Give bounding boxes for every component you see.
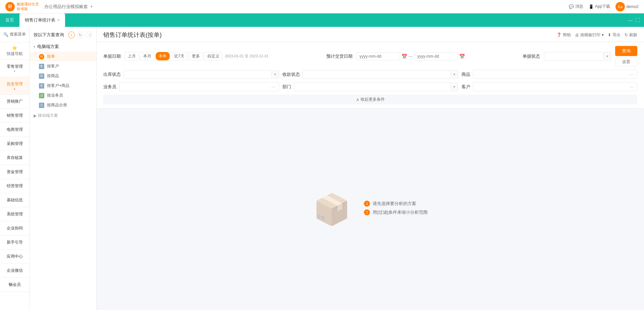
date-btn-custom[interactable]: 自定义	[204, 52, 222, 60]
scheme-by-customer-goods[interactable]: 客 按客户+商品	[30, 81, 96, 91]
date-btn-more[interactable]: 更多	[189, 52, 203, 60]
scheme-sq-icon: 客	[39, 64, 44, 69]
out-status-input[interactable]	[124, 70, 271, 79]
refresh-scheme-btn[interactable]: ↻	[77, 32, 84, 38]
goods-label: 商品	[462, 71, 470, 78]
quick-nav-btn[interactable]: ⭐ 快捷导航	[0, 42, 29, 60]
payment-status-input[interactable]	[303, 70, 450, 79]
date-btn-last-month[interactable]: 上月	[125, 52, 139, 60]
nav-tabs: 首页 销售订单统计表 × — ⛶	[0, 13, 644, 27]
sidebar-item-ecommerce[interactable]: 电商管理	[0, 123, 29, 137]
search-menu-button[interactable]: 🔍 搜索菜单	[3, 30, 26, 39]
collapse-btn[interactable]: ∧ 收起更多条件	[356, 97, 385, 102]
top-bar: 好 畅捷通好生意 标准版 办公用品行业模拟账套 ▾ 💬 消息 📱 App下载 E…	[0, 0, 644, 13]
collapse-row: ∧ 收起更多条件	[103, 95, 637, 104]
status-dropdown-icon[interactable]: ▾	[603, 53, 611, 60]
sidebar-item-retail[interactable]: 零售管理 ▾	[0, 60, 29, 77]
sidebar-item-operations[interactable]: 经营管理	[0, 179, 29, 193]
salesperson-input[interactable]	[119, 83, 268, 91]
app-download-action[interactable]: 📱 App下载	[589, 4, 610, 9]
sidebar-item-appcenter[interactable]: 应用中心	[0, 250, 29, 264]
refresh-action[interactable]: ↻ 刷新	[625, 32, 637, 38]
tree-arrow-icon: ▾	[34, 45, 35, 49]
empty-tip-2: 2 用[过滤]条件来缩小分析范围	[364, 209, 427, 215]
mobile-arrow-icon: ▶	[34, 113, 37, 118]
payment-status-arrow[interactable]: ▾	[450, 71, 458, 78]
department-arrow[interactable]: ▾	[450, 83, 458, 90]
query-button[interactable]: 查询	[615, 46, 637, 56]
settings-button[interactable]: 设置	[615, 57, 637, 66]
top-dropdown-icon[interactable]: ▾	[91, 4, 93, 9]
pc-section-toggle[interactable]: ▾ 电脑端方案	[30, 42, 96, 52]
scheme-by-goods[interactable]: 商 按商品	[30, 71, 96, 81]
status-goods-row: 出库状态 ▾ 收款状态 ▾ 商品	[103, 70, 637, 79]
message-icon: 💬	[569, 4, 574, 9]
sidebar-item-wechat[interactable]: 企业微信	[0, 264, 29, 278]
out-status-label: 出库状态	[103, 71, 121, 78]
scheme-circle-icon: 按	[39, 54, 44, 59]
empty-tips: 1 请先选择要分析的方案 2 用[过滤]条件来缩小分析范围	[364, 201, 427, 218]
department-input[interactable]	[294, 83, 450, 91]
search-section: 🔍 搜索菜单	[0, 27, 29, 42]
person-dept-customer-row: 业务员 ··· 部门 ▾ 客户	[103, 82, 637, 91]
sidebar-item-inventory[interactable]: 库存核算	[0, 151, 29, 165]
main-content: 销售订单统计表(按单) ❓ 帮助 🖨 按模板打印 ▾ ⬇ 导出	[97, 27, 644, 310]
payment-status-wrap: ▾	[303, 70, 458, 79]
sidebar-item-system[interactable]: 系统管理	[0, 207, 29, 221]
scheme-by-category[interactable]: 分 按商品分类	[30, 100, 96, 110]
status-input[interactable]	[544, 52, 603, 60]
salesperson-dots[interactable]: ···	[268, 83, 279, 91]
scheme-by-order[interactable]: 按 按单	[30, 52, 96, 61]
sidebar-item-finance[interactable]: 资金管理	[0, 165, 29, 179]
calendar-from-icon[interactable]: 📅	[401, 54, 407, 59]
help-action[interactable]: ❓ 帮助	[556, 32, 571, 38]
date-btn-7days[interactable]: 近7天	[171, 52, 187, 60]
tab-close-icon[interactable]: ×	[57, 18, 60, 22]
sidebar-item-purchase[interactable]: 采购管理	[0, 137, 29, 151]
customer-label: 客户	[462, 84, 470, 90]
sidebar-item-marketing[interactable]: 营销推广	[0, 95, 29, 109]
quick-nav-icon: ⭐	[3, 46, 26, 50]
tab-current[interactable]: 销售订单统计表 ×	[19, 13, 65, 27]
sidebar-item-newuser[interactable]: 新手引导	[0, 236, 29, 250]
maximize-btn[interactable]: ⛶	[635, 17, 640, 23]
expected-date-from[interactable]	[357, 52, 400, 60]
left-panel-title: 按以下方案查询	[34, 32, 64, 38]
goods-dots[interactable]: ···	[627, 70, 637, 79]
sidebar-item-sales[interactable]: 销售管理	[0, 109, 29, 123]
scheme-bar-icon: 业	[39, 93, 44, 98]
minimize-btn[interactable]: —	[628, 17, 633, 23]
print-dropdown-icon: ▾	[602, 33, 604, 37]
export-icon: ⬇	[608, 33, 611, 37]
sidebar-item-enterprise[interactable]: 企业协同	[0, 221, 29, 236]
goods-input[interactable]	[473, 70, 627, 79]
sidebar-item-wholesale[interactable]: 批发管理 ▴	[0, 77, 29, 95]
print-icon: 🖨	[575, 33, 579, 37]
calendar-to-icon[interactable]: 📅	[459, 54, 465, 59]
scheme-by-salesperson[interactable]: 业 按业务员	[30, 91, 96, 100]
empty-illustration: 📦	[313, 192, 351, 227]
customer-input[interactable]	[473, 83, 627, 91]
date-btn-this-year[interactable]: 本年	[156, 52, 170, 60]
out-status-arrow[interactable]: ▾	[271, 71, 279, 78]
empty-state: 📦 1 请先选择要分析的方案 2 用[过滤]条件来缩小分析范围	[97, 109, 644, 310]
add-scheme-btn[interactable]: +	[68, 32, 75, 38]
expected-date-to[interactable]	[414, 52, 458, 60]
status-select-wrap: ▾	[544, 52, 611, 61]
payment-status-label: 收款状态	[282, 71, 300, 78]
date-btn-this-month[interactable]: 本月	[140, 52, 154, 60]
help-icon: ❓	[556, 33, 561, 37]
collapse-panel-btn[interactable]: 《	[86, 32, 92, 38]
scheme-goods-icon: 商	[39, 73, 44, 79]
top-bar-right: 💬 消息 📱 App下载 Ea demo2	[569, 2, 639, 11]
sidebar-item-basic[interactable]: 基础信息	[0, 193, 29, 207]
scheme-by-customer[interactable]: 客 按客户	[30, 61, 96, 71]
message-action[interactable]: 💬 消息	[569, 4, 583, 9]
customer-dots[interactable]: ···	[627, 83, 637, 91]
mobile-section-toggle[interactable]: ▶ 移动端方案	[30, 111, 96, 120]
sidebar-item-member[interactable]: 畅会员	[0, 278, 29, 292]
export-action[interactable]: ⬇ 导出	[608, 32, 621, 38]
tab-home[interactable]: 首页	[0, 13, 19, 27]
user-action[interactable]: Ea demo2	[615, 2, 639, 11]
template-print-action[interactable]: 🖨 按模板打印 ▾	[575, 32, 604, 38]
